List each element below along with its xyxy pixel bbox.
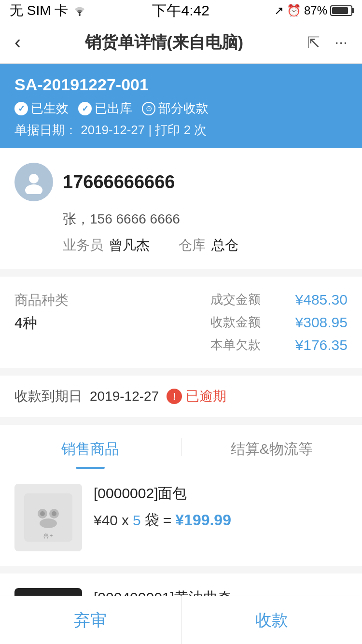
customer-id: 17666666666 — [63, 172, 175, 193]
bottom-bar: 弃审 收款 — [0, 596, 362, 644]
product-name-1: [0000002]面包 — [94, 484, 348, 504]
carrier-text: 无 SIM 卡 — [10, 1, 68, 20]
tabs-section: 销售商品 结算&物流等 — [0, 425, 362, 469]
product-price-row-1: ¥40 x 5 袋 = ¥199.99 — [94, 510, 348, 530]
stats-right: 成交金额 ¥485.30 收款金额 ¥308.95 本单欠款 ¥176.35 — [210, 291, 348, 353]
header-date: 单据日期： 2019-12-27 | 打印 2 次 — [14, 122, 348, 139]
status-time: 下午4:42 — [152, 1, 209, 21]
svg-point-1 — [29, 174, 39, 183]
tabs-row: 销售商品 结算&物流等 — [0, 425, 362, 469]
due-section: 收款到期日 2019-12-27 ! 已逾期 — [0, 376, 362, 417]
badge-partial-payment: ⊙ 部分收款 — [142, 100, 209, 117]
product-card: 兽+ [0000002]面包 ¥40 x 5 袋 = ¥199.99 — [0, 469, 362, 566]
status-right: ↗ ⏰ 87% — [274, 4, 352, 17]
avatar-icon — [22, 170, 46, 194]
svg-point-0 — [79, 14, 81, 16]
svg-point-8 — [40, 518, 57, 528]
header-banner: SA-20191227-001 ✓ 已生效 ✓ 已出库 ⊙ 部分收款 单据日期：… — [0, 64, 362, 148]
svg-point-2 — [25, 184, 42, 194]
badge-activated: ✓ 已生效 — [14, 100, 69, 117]
overdue-badge: ! 已逾期 — [167, 387, 226, 406]
badge-shipped: ✓ 已出库 — [78, 100, 132, 117]
battery-percent: 87% — [304, 4, 327, 17]
svg-text:兽+: 兽+ — [43, 532, 53, 539]
stats-section: 商品种类 4种 成交金额 ¥485.30 收款金额 ¥308.95 本单欠款 ¥… — [0, 277, 362, 368]
product-image-1: 兽+ — [24, 493, 72, 542]
customer-meta: 业务员 曾凡杰 仓库 总仓 — [14, 236, 348, 254]
more-button[interactable]: ··· — [334, 33, 348, 51]
page-title: 销货单详情(来自电脑) — [85, 31, 244, 54]
order-id: SA-20191227-001 — [14, 75, 348, 94]
overdue-icon: ! — [167, 389, 182, 404]
check-icon-activated: ✓ — [14, 102, 28, 115]
tab-settlement-logistics[interactable]: 结算&物流等 — [181, 425, 362, 469]
status-bar: 无 SIM 卡 下午4:42 ↗ ⏰ 87% — [0, 0, 362, 21]
product-thumb-1: 兽+ — [14, 484, 82, 551]
product-info-1: [0000002]面包 ¥40 x 5 袋 = ¥199.99 — [94, 484, 348, 530]
stats-amount: 成交金额 ¥485.30 — [210, 291, 348, 308]
avatar — [14, 163, 53, 201]
stats-left: 商品种类 4种 — [14, 291, 69, 333]
customer-row: 17666666666 — [14, 163, 348, 201]
warehouse: 仓库 总仓 — [179, 236, 238, 254]
battery-icon — [330, 5, 352, 16]
svg-point-6 — [40, 511, 45, 516]
customer-detail: 张，156 6666 6666 — [14, 210, 348, 228]
stats-debt: 本单欠款 ¥176.35 — [210, 336, 348, 353]
back-button[interactable]: ‹ — [14, 31, 21, 53]
status-carrier: 无 SIM 卡 — [10, 1, 87, 20]
clock-icon: ⊙ — [142, 102, 155, 115]
nav-bar: ‹ 销货单详情(来自电脑) ⇱ ··· — [0, 21, 362, 64]
check-icon-shipped: ✓ — [78, 102, 92, 115]
tab-sales-products[interactable]: 销售商品 — [0, 425, 181, 469]
location-icon: ↗ — [274, 4, 284, 17]
nav-actions: ⇱ ··· — [307, 33, 348, 52]
header-badges: ✓ 已生效 ✓ 已出库 ⊙ 部分收款 — [14, 100, 348, 117]
cancel-button[interactable]: 弃审 — [0, 596, 181, 644]
stats-received: 收款金额 ¥308.95 — [210, 314, 348, 331]
wifi-icon — [72, 5, 87, 16]
alarm-icon: ⏰ — [287, 4, 301, 17]
sales-person: 业务员 曾凡杰 — [63, 236, 150, 254]
customer-section: 17666666666 张，156 6666 6666 业务员 曾凡杰 仓库 总… — [0, 148, 362, 269]
share-button[interactable]: ⇱ — [307, 33, 320, 52]
svg-point-7 — [52, 511, 56, 516]
confirm-button[interactable]: 收款 — [181, 596, 362, 644]
